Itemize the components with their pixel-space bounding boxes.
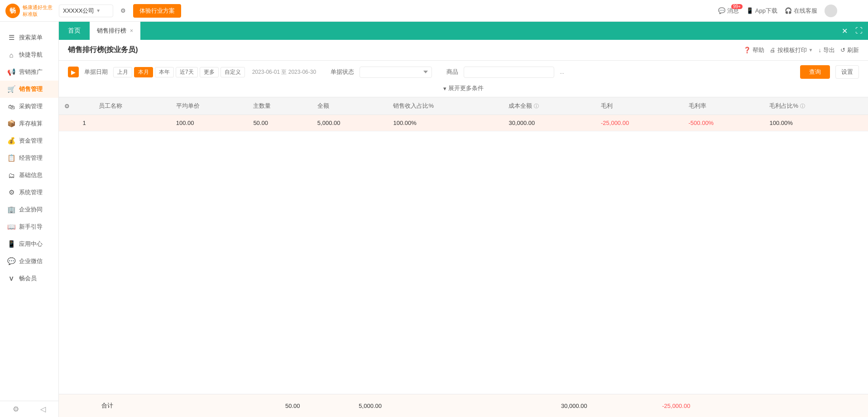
query-button[interactable]: 查询 bbox=[800, 65, 830, 79]
maximize-icon[interactable]: ⛶ bbox=[854, 25, 864, 36]
top-right: 💬 消息 99+ 📱 App下载 🎧 在线客服 bbox=[718, 5, 863, 17]
page-header: 销售排行榜(按业务员) ❓ 帮助 🖨 按模板打印 ▼ ↓ bbox=[59, 40, 868, 61]
company-name: XXXXX公司 bbox=[63, 7, 94, 15]
print-button[interactable]: 🖨 按模板打印 ▼ bbox=[770, 46, 813, 54]
row-sales-pct: 100.00% bbox=[388, 115, 503, 131]
sidebar-label-sales: 销售管理 bbox=[19, 85, 43, 93]
this-month-button[interactable]: 本月 bbox=[134, 67, 153, 77]
chevron-down-icon: ▼ bbox=[809, 48, 813, 53]
table-body: 1 100.00 50.00 5,000.00 100.00% 30,000.0… bbox=[59, 115, 868, 131]
row-settings bbox=[59, 115, 75, 131]
status-select[interactable] bbox=[360, 67, 432, 78]
settings-icon[interactable]: ⚙ bbox=[117, 5, 129, 17]
message-icon: 💬 bbox=[718, 7, 725, 14]
home-icon: ⌂ bbox=[7, 51, 15, 59]
col-gross-rate: 毛利率 bbox=[683, 97, 764, 115]
more-button[interactable]: 更多 bbox=[200, 67, 219, 77]
print-icon: 🖨 bbox=[770, 47, 776, 53]
sidebar-settings-icon[interactable]: ⚙ bbox=[13, 405, 19, 413]
close-window-icon[interactable]: ✕ bbox=[839, 25, 850, 36]
sidebar-item-inventory[interactable]: 📦 库存核算 bbox=[0, 115, 58, 132]
sidebar-label-finance: 资金管理 bbox=[19, 137, 43, 145]
avatar[interactable] bbox=[825, 5, 837, 17]
goods-input[interactable] bbox=[464, 67, 554, 78]
tab-home[interactable]: 首页 bbox=[59, 22, 90, 40]
system-icon: ⚙ bbox=[7, 188, 15, 197]
footer-row: 合计 50.00 5,000.00 30,000.00 -25,000.00 bbox=[64, 399, 863, 412]
filter-toggle-button[interactable]: ▶ bbox=[68, 67, 79, 77]
col-sales-pct: 销售收入占比% bbox=[388, 97, 503, 115]
sidebar: ☰ 搜索菜单 ⌂ 快捷导航 📢 营销推广 🛒 销售管理 🛍 采购管理 📦 库 bbox=[0, 22, 59, 417]
megaphone-icon: 📢 bbox=[7, 68, 15, 76]
help-button[interactable]: ❓ 帮助 bbox=[743, 46, 764, 54]
this-year-button[interactable]: 本年 bbox=[155, 67, 174, 77]
main-area: ☰ 搜索菜单 ⌂ 快捷导航 📢 营销推广 🛒 销售管理 🛍 采购管理 📦 库 bbox=[0, 22, 868, 417]
sidebar-label-app-center: 应用中心 bbox=[19, 240, 43, 248]
sidebar-item-enterprise[interactable]: 🏢 企业协同 bbox=[0, 201, 58, 218]
col-qty: 主数量 bbox=[248, 97, 312, 115]
row-cost: 30,000.00 bbox=[503, 115, 595, 131]
tab-bar: 首页 销售排行榜 × ✕ ⛶ bbox=[59, 22, 868, 40]
sidebar-item-sales[interactable]: 🛒 销售管理 bbox=[0, 81, 58, 98]
col-gross-pct: 毛利占比% ⓘ bbox=[764, 97, 868, 115]
sidebar-item-system[interactable]: ⚙ 系统管理 bbox=[0, 184, 58, 201]
sidebar-collapse-icon[interactable]: ◁ bbox=[40, 405, 46, 413]
refresh-button[interactable]: ↺ 刷新 bbox=[840, 46, 859, 54]
footer-qty: 50.00 bbox=[280, 399, 353, 412]
trial-button[interactable]: 体验行业方案 bbox=[133, 4, 181, 18]
row-rank: 1 bbox=[75, 115, 93, 131]
sidebar-item-basic-info[interactable]: 🗂 基础信息 bbox=[0, 167, 58, 184]
sidebar-item-search[interactable]: ☰ 搜索菜单 bbox=[0, 29, 58, 46]
info-icon: 🗂 bbox=[7, 171, 15, 179]
export-button[interactable]: ↓ 导出 bbox=[819, 46, 835, 54]
row-avg-price: 100.00 bbox=[171, 115, 248, 131]
last-month-button[interactable]: 上月 bbox=[113, 67, 132, 77]
page-title: 销售排行榜(按业务员) bbox=[68, 45, 138, 55]
sidebar-footer: ⚙ ◁ bbox=[0, 401, 58, 417]
tab-close-icon[interactable]: × bbox=[130, 28, 133, 34]
user-name bbox=[844, 5, 863, 17]
company-selector[interactable]: XXXXX公司 ▼ bbox=[59, 5, 113, 17]
sidebar-item-wechat[interactable]: 💬 企业微信 bbox=[0, 253, 58, 270]
refresh-icon: ↺ bbox=[840, 47, 845, 53]
info-icon: ⓘ bbox=[534, 103, 539, 109]
sidebar-item-member[interactable]: V 畅会员 bbox=[0, 270, 58, 287]
app-download-button[interactable]: 📱 App下载 bbox=[746, 7, 777, 15]
sidebar-item-app-center[interactable]: 📱 应用中心 bbox=[0, 235, 58, 253]
status-filter-label: 单据状态 bbox=[331, 68, 354, 76]
messages-button[interactable]: 💬 消息 99+ bbox=[718, 7, 739, 15]
member-icon: V bbox=[7, 274, 15, 283]
app-container: 畅 畅康通好生意 标准版 XXXXX公司 ▼ ⚙ 体验行业方案 💬 消息 99+… bbox=[0, 0, 868, 417]
column-settings-button[interactable]: 设置 bbox=[835, 65, 859, 79]
online-service-button[interactable]: 🎧 在线客服 bbox=[785, 7, 817, 15]
sidebar-label-purchase: 采购管理 bbox=[19, 102, 43, 110]
guide-icon: 📖 bbox=[7, 223, 15, 231]
sidebar-item-marketing[interactable]: 📢 营销推广 bbox=[0, 63, 58, 81]
custom-button[interactable]: 自定义 bbox=[221, 67, 245, 77]
export-icon: ↓ bbox=[819, 47, 822, 53]
sidebar-item-purchase[interactable]: 🛍 采购管理 bbox=[0, 98, 58, 115]
tab-sales-ranking[interactable]: 销售排行榜 × bbox=[90, 22, 140, 40]
col-settings[interactable]: ⚙ bbox=[59, 97, 75, 115]
row-gross-pct: 100.00% bbox=[764, 115, 868, 131]
sidebar-label-member: 畅会员 bbox=[19, 274, 37, 283]
row-gross: -25,000.00 bbox=[595, 115, 683, 131]
sidebar-label-quick-nav: 快捷导航 bbox=[19, 51, 43, 59]
sidebar-item-quick-nav[interactable]: ⌂ 快捷导航 bbox=[0, 46, 58, 63]
tab-label: 销售排行榜 bbox=[97, 27, 126, 35]
sidebar-label-system: 系统管理 bbox=[19, 188, 43, 197]
page-content: 销售排行榜(按业务员) ❓ 帮助 🖨 按模板打印 ▼ ↓ bbox=[59, 40, 868, 417]
footer-total-label: 合计 bbox=[96, 399, 188, 412]
sidebar-item-operations[interactable]: 📋 经营管理 bbox=[0, 149, 58, 167]
sidebar-label-enterprise: 企业协同 bbox=[19, 206, 43, 214]
sidebar-item-finance[interactable]: 💰 资金管理 bbox=[0, 132, 58, 149]
date-filter-label: 单据日期 bbox=[84, 68, 108, 76]
last-7-days-button[interactable]: 近7天 bbox=[176, 67, 198, 77]
sidebar-label-guide: 新手引导 bbox=[19, 223, 43, 231]
sidebar-item-guide[interactable]: 📖 新手引导 bbox=[0, 218, 58, 235]
messages-badge: 99+ bbox=[731, 4, 743, 9]
expand-conditions-button[interactable]: ▾ 展开更多条件 bbox=[443, 84, 484, 92]
col-rank bbox=[75, 97, 93, 115]
bag-icon: 🛍 bbox=[7, 102, 15, 110]
info-icon2: ⓘ bbox=[800, 103, 805, 109]
